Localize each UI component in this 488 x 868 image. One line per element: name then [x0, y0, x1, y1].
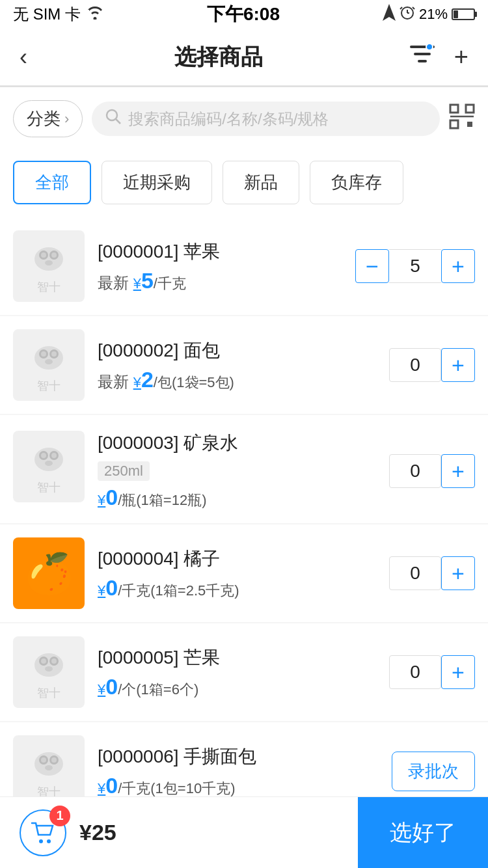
cart-button[interactable]: 1 — [20, 809, 66, 856]
product-name: [0000002] 面包 — [98, 338, 376, 363]
confirm-button[interactable]: 选好了 — [358, 797, 488, 869]
svg-rect-14 — [467, 122, 472, 127]
placeholder-owl-icon: 智十 — [29, 237, 68, 295]
placeholder-owl-icon: 智十 — [29, 438, 68, 495]
carrier-text: 无 SIM 卡 — [13, 4, 81, 25]
increase-button[interactable]: + — [441, 348, 475, 382]
nav-actions: + — [410, 43, 468, 71]
quantity-control-0000004: + — [389, 556, 475, 590]
status-bar: 无 SIM 卡 下午6:08 21% — [0, 0, 488, 29]
svg-point-7 — [426, 44, 433, 50]
product-price: ¥0/千克(1包=10千克) — [98, 773, 379, 798]
svg-rect-12 — [450, 120, 458, 128]
svg-point-31 — [51, 453, 57, 458]
cart-area: 1 ¥25 — [0, 809, 358, 856]
svg-point-51 — [47, 839, 51, 843]
svg-point-18 — [41, 252, 46, 258]
tab-negative[interactable]: 负库存 — [310, 161, 403, 204]
product-info-0000003: [0000003] 矿泉水 250ml ¥0/瓶(1箱=12瓶) — [98, 431, 376, 510]
product-info-0000001: [0000001] 苹果 最新 ¥5/千克 — [98, 239, 342, 293]
svg-rect-5 — [414, 53, 431, 55]
increase-button[interactable]: + — [441, 655, 475, 689]
status-left: 无 SIM 卡 — [13, 4, 104, 25]
add-button[interactable]: + — [454, 43, 468, 71]
status-time: 下午6:08 — [207, 2, 280, 27]
svg-point-38 — [45, 666, 53, 671]
product-info-0000002: [0000002] 面包 最新 ¥2/包(1袋=5包) — [98, 338, 376, 392]
svg-point-42 — [41, 757, 46, 763]
product-image-0000003: 智十 — [13, 431, 85, 502]
svg-marker-0 — [383, 4, 396, 21]
quantity-control-0000001: − + — [355, 249, 475, 283]
svg-point-26 — [45, 359, 53, 364]
quantity-control-0000005: + — [389, 655, 475, 689]
category-button[interactable]: 分类 › — [13, 100, 83, 137]
svg-point-19 — [51, 252, 57, 258]
search-icon — [105, 108, 122, 129]
svg-point-33 — [34, 653, 63, 677]
quantity-control-0000002: + — [389, 348, 475, 382]
battery-icon — [452, 8, 475, 20]
svg-point-20 — [45, 260, 53, 265]
product-image-0000002: 智十 — [13, 329, 85, 401]
status-right: 21% — [383, 4, 475, 25]
quantity-input[interactable] — [389, 249, 441, 283]
svg-point-50 — [39, 839, 43, 843]
product-info-0000005: [0000005] 芒果 ¥0/个(1箱=6个) — [98, 645, 376, 699]
quantity-input[interactable] — [389, 655, 441, 689]
product-image-0000005: 智十 — [13, 636, 85, 708]
filter-icon[interactable] — [410, 43, 435, 71]
scan-icon[interactable] — [449, 103, 475, 135]
svg-point-24 — [41, 351, 46, 357]
svg-point-39 — [34, 752, 63, 776]
svg-point-37 — [51, 658, 57, 664]
search-input[interactable] — [128, 110, 427, 128]
product-image-0000004: 🍊 — [13, 537, 85, 609]
svg-point-43 — [51, 757, 57, 763]
svg-point-25 — [51, 351, 57, 357]
increase-button[interactable]: + — [441, 556, 475, 590]
product-name: [0000005] 芒果 — [98, 645, 376, 670]
svg-rect-11 — [466, 105, 474, 113]
search-input-wrap — [92, 102, 440, 136]
svg-point-15 — [34, 247, 63, 271]
placeholder-owl-icon: 智十 — [29, 644, 68, 701]
product-spec: 250ml — [98, 461, 150, 481]
quantity-input[interactable] — [389, 348, 441, 382]
back-button[interactable]: ‹ — [20, 44, 27, 71]
product-info-0000004: [0000004] 橘子 ¥0/千克(1箱=2.5千克) — [98, 547, 376, 601]
category-label: 分类 — [27, 107, 61, 130]
increase-button[interactable]: + — [441, 249, 475, 283]
product-price: ¥0/千克(1箱=2.5千克) — [98, 575, 376, 601]
increase-button[interactable]: + — [441, 454, 475, 488]
chevron-right-icon: › — [64, 111, 69, 128]
wifi-icon — [86, 5, 104, 23]
tab-new[interactable]: 新品 — [223, 161, 299, 204]
product-info-0000006: [0000006] 手撕面包 ¥0/千克(1包=10千克) — [98, 744, 379, 798]
product-price: ¥0/个(1箱=6个) — [98, 674, 376, 699]
placeholder-owl-icon: 智十 — [29, 336, 68, 394]
product-name: [0000004] 橘子 — [98, 547, 376, 571]
svg-point-44 — [45, 765, 53, 770]
svg-point-30 — [41, 453, 46, 458]
tab-all[interactable]: 全部 — [13, 161, 91, 204]
page-title: 选择商品 — [174, 42, 263, 72]
batch-entry-button[interactable]: 录批次 — [392, 752, 475, 791]
cart-total: ¥25 — [79, 820, 116, 845]
quantity-control-0000003: + — [389, 454, 475, 488]
list-item: 智十 [0000005] 芒果 ¥0/个(1箱=6个) + — [0, 623, 488, 721]
decrease-button[interactable]: − — [355, 249, 389, 283]
product-image-0000001: 智十 — [13, 230, 85, 302]
cart-badge: 1 — [49, 806, 70, 826]
product-name: [0000001] 苹果 — [98, 239, 342, 264]
quantity-input[interactable] — [389, 454, 441, 488]
quantity-input[interactable] — [389, 556, 441, 590]
svg-point-27 — [34, 448, 63, 471]
nav-bar: ‹ 选择商品 + — [0, 29, 488, 86]
alarm-icon — [400, 5, 415, 24]
svg-point-8 — [107, 110, 117, 120]
product-price: ¥0/瓶(1箱=12瓶) — [98, 485, 376, 510]
list-item: 智十 [0000003] 矿泉水 250ml ¥0/瓶(1箱=12瓶) + — [0, 415, 488, 523]
tab-recent[interactable]: 近期采购 — [102, 161, 212, 204]
svg-point-36 — [41, 658, 46, 664]
